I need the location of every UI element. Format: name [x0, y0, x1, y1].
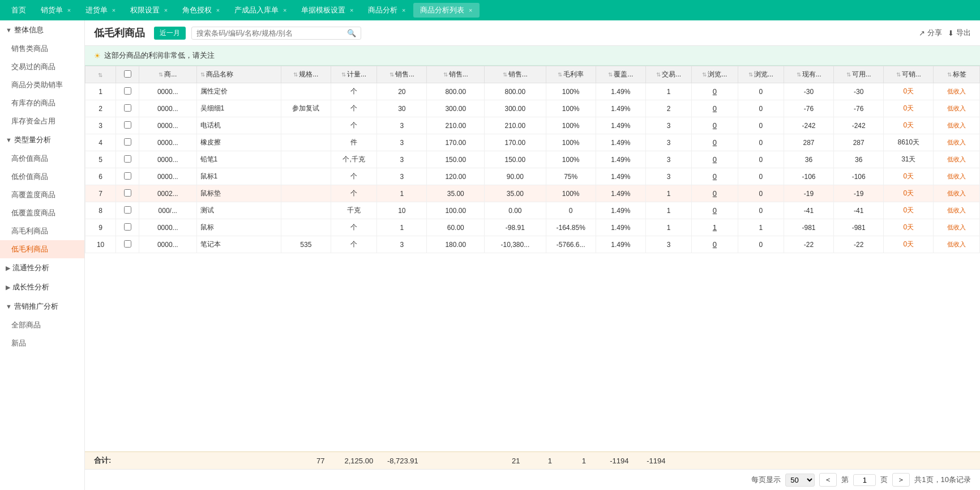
sidebar-group-flow[interactable]: ▶ 流通性分析	[0, 258, 84, 278]
th-sale-profit[interactable]: ⇅销售...	[485, 66, 546, 83]
row-checkbox[interactable]	[124, 223, 131, 231]
nav-template[interactable]: 单据模板设置 ×	[294, 3, 360, 18]
th-view2[interactable]: ⇅浏览...	[738, 66, 784, 83]
th-current[interactable]: ⇅现有...	[784, 66, 833, 83]
sidebar-group-overall[interactable]: ▼ 整体信息	[0, 20, 84, 40]
sidebar-group-marketing[interactable]: ▼ 营销推广分析	[0, 297, 84, 316]
row-view1[interactable]: 0	[692, 100, 738, 117]
row-checkbox[interactable]	[124, 189, 131, 197]
row-checkbox-cell[interactable]	[116, 202, 139, 219]
nav-analysis[interactable]: 商品分析 ×	[361, 3, 412, 18]
search-input[interactable]	[196, 29, 347, 37]
row-view1[interactable]: 0	[692, 185, 738, 202]
row-unit: 个	[331, 236, 376, 253]
nav-product[interactable]: 产成品入库单 ×	[228, 3, 293, 18]
sidebar-item-all-goods[interactable]: 全部商品	[0, 316, 84, 334]
nav-product-close[interactable]: ×	[283, 7, 286, 14]
row-checkbox[interactable]	[124, 121, 131, 129]
sidebar-item-low-cover[interactable]: 低覆盖度商品	[0, 204, 84, 222]
th-sale-amount[interactable]: ⇅销售...	[427, 66, 485, 83]
th-view1[interactable]: ⇅浏览...	[692, 66, 738, 83]
search-box[interactable]: 🔍	[191, 27, 361, 40]
table-row: 1 0000... 属性定价 个 20 800.00 800.00 100% 1…	[85, 83, 980, 100]
th-code[interactable]: ⇅商...	[139, 66, 196, 83]
sidebar-item-high-cover[interactable]: 高覆盖度商品	[0, 186, 84, 204]
sidebar-item-category-rate[interactable]: 商品分类助销率	[0, 76, 84, 94]
th-coverage[interactable]: ⇅覆盖...	[596, 66, 645, 83]
search-icon[interactable]: 🔍	[347, 29, 356, 37]
row-view1[interactable]: 1	[692, 219, 738, 236]
sidebar-item-stock-goods[interactable]: 有库存的商品	[0, 94, 84, 112]
nav-analysis-list[interactable]: 商品分析列表 ×	[413, 3, 479, 18]
sidebar-item-new-goods[interactable]: 新品	[0, 334, 84, 352]
th-unit[interactable]: ⇅计量...	[331, 66, 376, 83]
row-checkbox-cell[interactable]	[116, 219, 139, 236]
sidebar-item-high-gross[interactable]: 高毛利商品	[0, 222, 84, 240]
nav-perm-close[interactable]: ×	[164, 7, 168, 14]
th-available[interactable]: ⇅可用...	[834, 66, 884, 83]
th-trade[interactable]: ⇅交易...	[645, 66, 691, 83]
row-checkbox-cell[interactable]	[116, 117, 139, 134]
row-checkbox-cell[interactable]	[116, 100, 139, 117]
row-checkbox[interactable]	[124, 172, 131, 180]
nav-analysis-close[interactable]: ×	[402, 7, 405, 14]
row-view1[interactable]: 0	[692, 134, 738, 151]
row-view1[interactable]: 0	[692, 236, 738, 253]
nav-home[interactable]: 首页	[5, 3, 33, 18]
th-num[interactable]: ⇅	[85, 66, 116, 83]
th-spec[interactable]: ⇅规格...	[281, 66, 331, 83]
th-check[interactable]	[116, 66, 139, 83]
row-checkbox[interactable]	[124, 155, 131, 163]
table-wrapper[interactable]: ⇅ ⇅商... ⇅商品名称 ⇅规格... ⇅计量... ⇅销售... ⇅销售..…	[85, 66, 980, 451]
th-sale-qty[interactable]: ⇅销售...	[377, 66, 427, 83]
sidebar-item-traded-goods[interactable]: 交易过的商品	[0, 58, 84, 76]
nav-purchase-close[interactable]: ×	[112, 7, 115, 14]
export-button[interactable]: ⬇ 导出	[948, 28, 971, 38]
th-sellable[interactable]: ⇅可销...	[884, 66, 934, 83]
row-view1[interactable]: 0	[692, 202, 738, 219]
row-checkbox[interactable]	[124, 138, 131, 146]
per-page-label: 每页显示	[751, 475, 781, 485]
nav-perm[interactable]: 权限设置 ×	[123, 3, 174, 18]
row-checkbox-cell[interactable]	[116, 236, 139, 253]
row-checkbox-cell[interactable]	[116, 134, 139, 151]
row-view1[interactable]: 0	[692, 83, 738, 100]
sidebar-item-stock-capital[interactable]: 库存资金占用	[0, 112, 84, 130]
sidebar-group-growth[interactable]: ▶ 成长性分析	[0, 278, 84, 297]
sidebar-item-high-value[interactable]: 高价值商品	[0, 150, 84, 168]
prev-page-button[interactable]: ＜	[819, 473, 837, 487]
row-checkbox-cell[interactable]	[116, 151, 139, 168]
row-checkbox[interactable]	[124, 87, 131, 95]
row-checkbox[interactable]	[124, 206, 131, 214]
row-view1[interactable]: 0	[692, 117, 738, 134]
th-gross-margin[interactable]: ⇅毛利率	[546, 66, 596, 83]
nav-template-close[interactable]: ×	[350, 7, 353, 14]
row-checkbox-cell[interactable]	[116, 185, 139, 202]
row-checkbox-cell[interactable]	[116, 168, 139, 185]
nav-role-close[interactable]: ×	[216, 7, 220, 14]
per-page-select[interactable]: 50 100 200	[785, 474, 815, 487]
sidebar-item-sales-goods[interactable]: 销售类商品	[0, 40, 84, 58]
th-tag[interactable]: ⇅标签	[934, 66, 980, 83]
nav-role[interactable]: 角色授权 ×	[176, 3, 226, 18]
nav-purchase[interactable]: 进货单 ×	[79, 3, 122, 18]
select-all-checkbox[interactable]	[124, 70, 131, 78]
row-checkbox[interactable]	[124, 240, 131, 248]
row-checkbox[interactable]	[124, 104, 131, 112]
next-page-button[interactable]: ＞	[892, 473, 910, 487]
nav-sales-close[interactable]: ×	[67, 7, 71, 14]
sidebar-group-type[interactable]: ▼ 类型量分析	[0, 130, 84, 150]
row-checkbox-cell[interactable]	[116, 83, 139, 100]
sidebar-item-low-gross[interactable]: 低毛利商品	[0, 240, 84, 258]
row-view1[interactable]: 0	[692, 151, 738, 168]
page-number-input[interactable]	[853, 474, 876, 486]
filter-recent-month-button[interactable]: 近一月	[154, 27, 186, 40]
row-gross-margin: 75%	[546, 168, 596, 185]
sidebar-item-low-value[interactable]: 低价值商品	[0, 168, 84, 186]
share-button[interactable]: ↗ 分享	[919, 28, 942, 38]
nav-analysis-list-close[interactable]: ×	[469, 7, 472, 14]
th-name[interactable]: ⇅商品名称	[196, 66, 281, 83]
row-view1[interactable]: 0	[692, 168, 738, 185]
nav-sales[interactable]: 销货单 ×	[34, 3, 78, 18]
row-num: 5	[85, 151, 116, 168]
